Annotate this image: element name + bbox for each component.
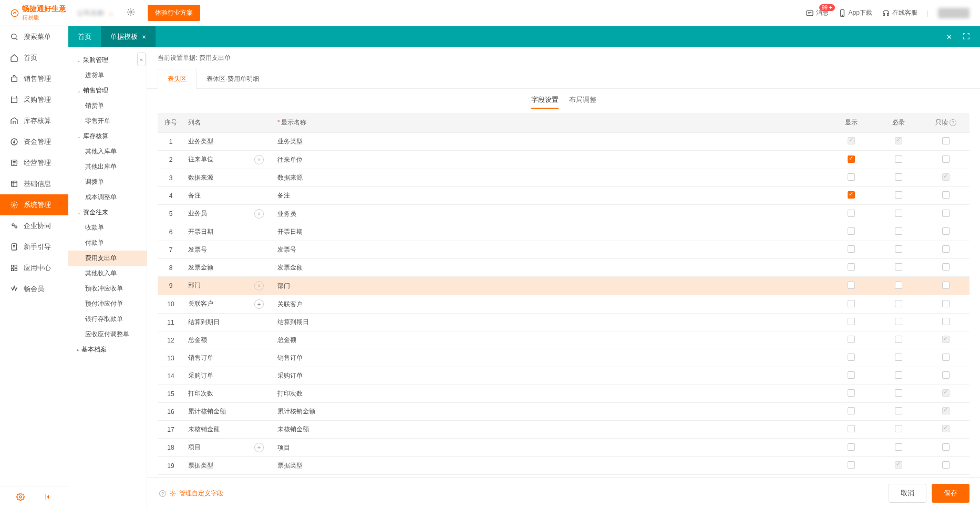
cell-dispname[interactable]: 采购订单 [273, 367, 828, 385]
cell-dispname[interactable]: 未核销金额 [273, 421, 828, 439]
checkbox[interactable] [895, 389, 902, 397]
help-icon[interactable]: ? [950, 119, 956, 126]
checkbox[interactable] [942, 173, 950, 181]
cell-dispname[interactable]: 发票金额 [273, 259, 828, 277]
table-row[interactable]: 4备注备注 [158, 187, 969, 205]
checkbox[interactable] [848, 245, 855, 253]
nav-settings-icon[interactable] [16, 493, 25, 503]
checkbox[interactable] [848, 371, 855, 379]
checkbox[interactable] [848, 263, 855, 271]
online-service-button[interactable]: 在线客服 [882, 8, 917, 17]
tab-close-all-icon[interactable]: ✕ [944, 31, 954, 43]
nav-item-cart[interactable]: 销售管理 [0, 68, 68, 89]
checkbox[interactable] [895, 336, 902, 343]
nav-item-apps[interactable]: 应用中心 [0, 257, 68, 278]
nav-item-collab[interactable]: 企业协同 [0, 215, 68, 236]
table-row[interactable]: 15打印次数打印次数 [158, 385, 969, 403]
checkbox[interactable] [895, 318, 902, 325]
checkbox[interactable] [895, 227, 902, 235]
nav-item-warehouse[interactable]: 库存核算 [0, 110, 68, 131]
checkbox[interactable] [895, 210, 902, 217]
checkbox[interactable] [895, 282, 902, 289]
cell-dispname[interactable]: 总金额 [273, 331, 828, 349]
tree-item[interactable]: 预付冲应付单 [68, 296, 147, 311]
table-row[interactable]: 11结算到期日结算到期日 [158, 314, 969, 331]
tab-close-icon[interactable]: ✕ [142, 34, 146, 40]
checkbox[interactable] [942, 443, 950, 451]
table-row[interactable]: 8发票金额发票金额 [158, 259, 969, 277]
checkbox[interactable] [848, 155, 855, 163]
app-download-button[interactable]: App下载 [838, 8, 872, 17]
nav-item-search[interactable]: 搜索菜单 [0, 26, 68, 47]
checkbox[interactable] [942, 336, 950, 343]
checkbox[interactable] [848, 389, 855, 397]
cell-dispname[interactable]: 业务员 [273, 205, 828, 223]
cell-dispname[interactable]: 打印次数 [273, 385, 828, 403]
checkbox[interactable] [942, 282, 950, 289]
table-row[interactable]: 12总金额总金额 [158, 331, 969, 349]
checkbox[interactable] [895, 155, 902, 163]
tree-item[interactable]: 其他出库单 [68, 159, 147, 174]
table-row[interactable]: 3数据来源数据来源 [158, 169, 969, 187]
table-row[interactable]: 17未核销金额未核销金额 [158, 421, 969, 439]
nav-item-info[interactable]: 基础信息 [0, 173, 68, 194]
checkbox[interactable] [942, 245, 950, 253]
table-row[interactable]: 16累计核销金额累计核销金额 [158, 403, 969, 421]
add-icon[interactable]: + [254, 281, 264, 290]
secondary-tab[interactable]: 布局调整 [569, 95, 596, 109]
checkbox[interactable] [848, 354, 855, 361]
tree-item[interactable]: 进货单 [68, 68, 147, 83]
table-row[interactable]: 1业务类型业务类型 [158, 133, 969, 151]
tree-item[interactable]: 调拨单 [68, 174, 147, 190]
table-row[interactable]: 6开票日期开票日期 [158, 223, 969, 241]
add-icon[interactable]: + [254, 155, 264, 164]
sidebar-collapse-button[interactable]: « [137, 53, 146, 66]
checkbox[interactable] [895, 371, 902, 379]
checkbox[interactable] [942, 389, 950, 397]
cell-dispname[interactable]: 数据来源 [273, 169, 828, 187]
checkbox[interactable] [942, 300, 950, 307]
checkbox[interactable] [848, 173, 855, 181]
add-icon[interactable]: + [254, 443, 264, 452]
nav-item-operate[interactable]: 经营管理 [0, 152, 68, 173]
table-row[interactable]: 14采购订单采购订单 [158, 367, 969, 385]
tree-group[interactable]: ⌄资金往来 [68, 205, 147, 220]
tree-item[interactable]: 其他收入单 [68, 266, 147, 281]
table-row[interactable]: 7发票号发票号 [158, 241, 969, 259]
checkbox[interactable] [848, 336, 855, 343]
tree-item[interactable]: 费用支出单 [68, 251, 147, 266]
save-button[interactable]: 保存 [932, 484, 969, 503]
cell-dispname[interactable]: 开票日期 [273, 223, 828, 241]
nav-item-bag[interactable]: 采购管理 [0, 89, 68, 110]
messages-button[interactable]: 消息 99 + [806, 8, 829, 17]
checkbox[interactable] [942, 191, 950, 199]
nav-item-gear[interactable]: 系统管理 [0, 194, 68, 215]
nav-item-home[interactable]: 首页 [0, 47, 68, 68]
checkbox[interactable] [848, 461, 855, 469]
tree-item[interactable]: 零售开单 [68, 113, 147, 129]
table-row[interactable]: 18项目+项目 [158, 439, 969, 457]
cell-dispname[interactable]: 累计核销金额 [273, 403, 828, 421]
checkbox[interactable] [895, 137, 902, 144]
table-row[interactable]: 19票据类型票据类型 [158, 457, 969, 475]
table-row[interactable]: 2往来单位+往来单位 [158, 151, 969, 169]
checkbox[interactable] [848, 282, 855, 289]
checkbox[interactable] [895, 354, 902, 361]
checkbox[interactable] [895, 263, 902, 271]
checkbox[interactable] [848, 407, 855, 414]
cell-dispname[interactable]: 结算到期日 [273, 314, 828, 331]
cell-dispname[interactable]: 业务类型 [273, 133, 828, 151]
cancel-button[interactable]: 取消 [889, 484, 926, 503]
checkbox[interactable] [942, 461, 950, 469]
nav-collapse-icon[interactable] [44, 493, 53, 503]
checkbox[interactable] [848, 227, 855, 235]
tree-item[interactable]: 其他入库单 [68, 144, 147, 159]
cell-dispname[interactable]: 备注 [273, 187, 828, 205]
checkbox[interactable] [942, 425, 950, 432]
checkbox[interactable] [848, 191, 855, 199]
company-selector[interactable]: 公司名称 ⌄ [77, 8, 114, 18]
nav-item-vip[interactable]: 畅会员 [0, 278, 68, 299]
checkbox[interactable] [895, 425, 902, 432]
checkbox[interactable] [848, 210, 855, 217]
tab[interactable]: 首页 [68, 26, 101, 47]
